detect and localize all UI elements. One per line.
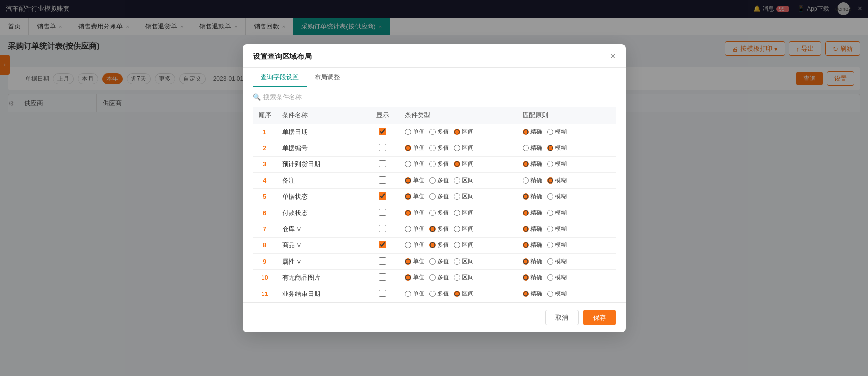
display-checkbox[interactable] (379, 160, 386, 167)
row-condition-name: 仓库 ∨ (277, 221, 366, 237)
match-radio-option[interactable]: 模糊 (547, 225, 567, 233)
match-radio-option[interactable]: 精确 (523, 257, 542, 266)
type-radio-option[interactable]: 区间 (454, 209, 473, 217)
match-radio-option[interactable]: 模糊 (547, 144, 567, 152)
row-match: 精确模糊 (518, 188, 616, 205)
type-radio-option[interactable]: 区间 (454, 290, 473, 298)
type-radio-option[interactable]: 多值 (429, 225, 449, 233)
row-condition-name: 业务结束日期 (277, 286, 366, 302)
match-radio-option[interactable]: 模糊 (547, 192, 567, 201)
match-radio-option[interactable]: 精确 (523, 273, 542, 282)
type-radio-option[interactable]: 单值 (405, 192, 424, 201)
match-radio-option[interactable]: 精确 (523, 176, 542, 185)
type-radio-option[interactable]: 多值 (429, 273, 449, 282)
row-display[interactable] (366, 156, 400, 172)
type-radio-option[interactable]: 单值 (405, 128, 424, 136)
type-radio-option[interactable]: 区间 (454, 144, 473, 152)
match-radio-option[interactable]: 模糊 (547, 273, 567, 282)
display-checkbox[interactable] (379, 225, 386, 232)
row-display[interactable] (366, 172, 400, 188)
type-radio-option[interactable]: 单值 (405, 160, 424, 168)
main-area: 采购订单统计表(按供应商) 🖨 按模板打印 ▾ ↑ 导出 ↻ 刷新 › 单据日期… (0, 35, 868, 376)
display-checkbox[interactable] (379, 257, 386, 265)
type-radio-option[interactable]: 多值 (429, 176, 449, 185)
dialog-tabs: 查询字段设置 布局调整 (243, 68, 626, 87)
type-radio-option[interactable]: 多值 (429, 128, 449, 136)
match-radio-option[interactable]: 模糊 (547, 290, 567, 298)
cancel-btn[interactable]: 取消 (545, 310, 579, 325)
row-display[interactable] (366, 124, 400, 140)
type-radio-option[interactable]: 多值 (429, 144, 449, 152)
row-order: 1 (253, 124, 277, 140)
match-radio-option[interactable]: 模糊 (547, 241, 567, 249)
match-radio-option[interactable]: 精确 (523, 209, 542, 217)
row-display[interactable] (366, 237, 400, 253)
type-radio-option[interactable]: 区间 (454, 273, 473, 282)
display-checkbox[interactable] (379, 128, 386, 135)
type-radio-option[interactable]: 单值 (405, 273, 424, 282)
row-display[interactable] (366, 286, 400, 302)
match-radio-option[interactable]: 精确 (523, 225, 542, 233)
type-radio-option[interactable]: 区间 (454, 128, 473, 136)
display-checkbox[interactable] (379, 241, 386, 248)
type-radio-option[interactable]: 多值 (429, 290, 449, 298)
row-display[interactable] (366, 269, 400, 286)
match-radio-option[interactable]: 精确 (523, 128, 542, 136)
type-radio-option[interactable]: 区间 (454, 225, 473, 233)
row-display[interactable] (366, 188, 400, 205)
match-radio-option[interactable]: 精确 (523, 241, 542, 249)
type-radio-option[interactable]: 多值 (429, 209, 449, 217)
type-radio-option[interactable]: 单值 (405, 225, 424, 233)
save-btn[interactable]: 保存 (583, 310, 616, 325)
table-row: 4备注单值多值区间精确模糊 (253, 172, 616, 188)
dialog-tab-layout[interactable]: 布局调整 (307, 68, 348, 87)
dialog-tab-query[interactable]: 查询字段设置 (253, 68, 307, 87)
match-radio-option[interactable]: 模糊 (547, 176, 567, 185)
display-checkbox[interactable] (379, 192, 386, 200)
match-radio-option[interactable]: 模糊 (547, 128, 567, 136)
row-type: 单值多值区间 (400, 124, 518, 140)
type-radio-option[interactable]: 多值 (429, 257, 449, 266)
table-row: 1单据日期单值多值区间精确模糊 (253, 124, 616, 140)
type-radio-option[interactable]: 单值 (405, 209, 424, 217)
dialog-footer: 取消 保存 (243, 302, 626, 332)
match-radio-option[interactable]: 精确 (523, 192, 542, 201)
type-radio-option[interactable]: 单值 (405, 290, 424, 298)
type-radio-option[interactable]: 区间 (454, 257, 473, 266)
match-radio-option[interactable]: 精确 (523, 160, 542, 168)
row-condition-name: 单据状态 (277, 188, 366, 205)
type-radio-option[interactable]: 单值 (405, 241, 424, 249)
display-checkbox[interactable] (379, 144, 386, 151)
type-radio-option[interactable]: 区间 (454, 241, 473, 249)
match-radio-option[interactable]: 精确 (523, 290, 542, 298)
row-order: 10 (253, 269, 277, 286)
type-radio-option[interactable]: 区间 (454, 192, 473, 201)
type-radio-option[interactable]: 多值 (429, 160, 449, 168)
row-match: 精确模糊 (518, 124, 616, 140)
dialog-close-btn[interactable]: × (610, 52, 616, 61)
dialog-overlay: 设置查询区域布局 × 查询字段设置 布局调整 🔍 (0, 35, 868, 376)
search-input[interactable] (263, 93, 347, 101)
type-radio-option[interactable]: 多值 (429, 241, 449, 249)
dialog-title: 设置查询区域布局 (253, 52, 312, 61)
display-checkbox[interactable] (379, 176, 386, 184)
row-type: 单值多值区间 (400, 188, 518, 205)
match-radio-option[interactable]: 精确 (523, 144, 542, 152)
row-display[interactable] (366, 140, 400, 156)
table-row: 11业务结束日期单值多值区间精确模糊 (253, 286, 616, 302)
match-radio-option[interactable]: 模糊 (547, 257, 567, 266)
row-display[interactable] (366, 205, 400, 221)
display-checkbox[interactable] (379, 209, 386, 216)
type-radio-option[interactable]: 单值 (405, 144, 424, 152)
display-checkbox[interactable] (379, 290, 386, 297)
row-display[interactable] (366, 221, 400, 237)
display-checkbox[interactable] (379, 273, 386, 281)
type-radio-option[interactable]: 多值 (429, 192, 449, 201)
match-radio-option[interactable]: 模糊 (547, 209, 567, 217)
match-radio-option[interactable]: 模糊 (547, 160, 567, 168)
type-radio-option[interactable]: 单值 (405, 257, 424, 266)
row-display[interactable] (366, 253, 400, 269)
type-radio-option[interactable]: 单值 (405, 176, 424, 185)
type-radio-option[interactable]: 区间 (454, 176, 473, 185)
type-radio-option[interactable]: 区间 (454, 160, 473, 168)
